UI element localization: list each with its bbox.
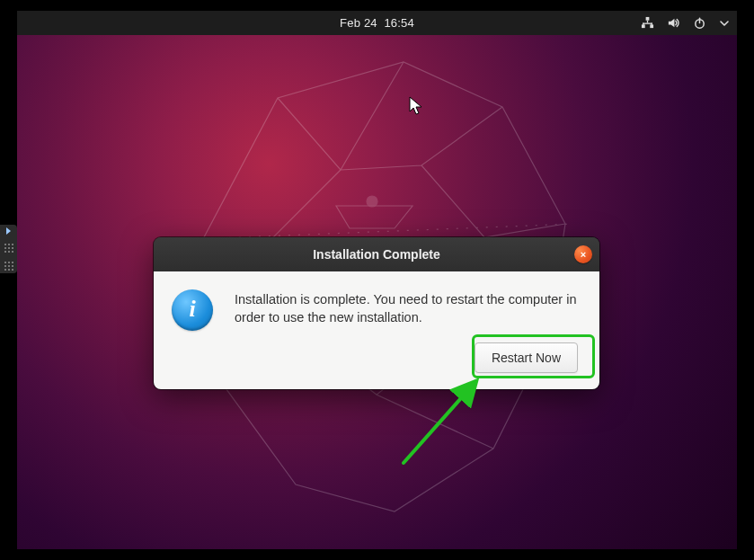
clock[interactable]: Feb 24 16:54 <box>340 16 414 30</box>
dialog-titlebar[interactable]: Installation Complete × <box>154 237 599 271</box>
drag-grip-icon <box>4 262 13 271</box>
dialog-title: Installation Complete <box>313 247 440 262</box>
date-text: Feb 24 <box>340 16 377 30</box>
svg-rect-5 <box>643 23 643 25</box>
system-tray[interactable] <box>641 11 730 35</box>
restart-now-button[interactable]: Restart Now <box>475 342 578 373</box>
time-text: 16:54 <box>384 16 414 30</box>
drag-grip-icon <box>4 244 13 253</box>
installation-complete-dialog: Installation Complete × i Installation i… <box>154 237 599 389</box>
svg-point-9 <box>367 196 377 207</box>
expand-arrow-icon <box>6 227 11 235</box>
dialog-message: Installation is complete. You need to re… <box>235 289 578 326</box>
info-icon: i <box>172 289 213 331</box>
dialog-body: i Installation is complete. You need to … <box>154 271 599 389</box>
svg-rect-0 <box>646 17 650 21</box>
close-icon: × <box>581 250 586 260</box>
svg-rect-2 <box>650 24 653 28</box>
volume-icon[interactable] <box>667 16 680 30</box>
close-button[interactable]: × <box>574 245 592 263</box>
svg-rect-6 <box>652 23 652 25</box>
top-bar: Feb 24 16:54 <box>17 11 737 35</box>
svg-rect-4 <box>643 23 652 24</box>
chevron-down-icon[interactable] <box>719 18 730 29</box>
svg-rect-3 <box>647 21 648 23</box>
network-icon[interactable] <box>641 16 654 30</box>
power-icon[interactable] <box>693 16 706 30</box>
svg-rect-1 <box>642 24 645 28</box>
vm-side-tab[interactable] <box>0 225 17 273</box>
